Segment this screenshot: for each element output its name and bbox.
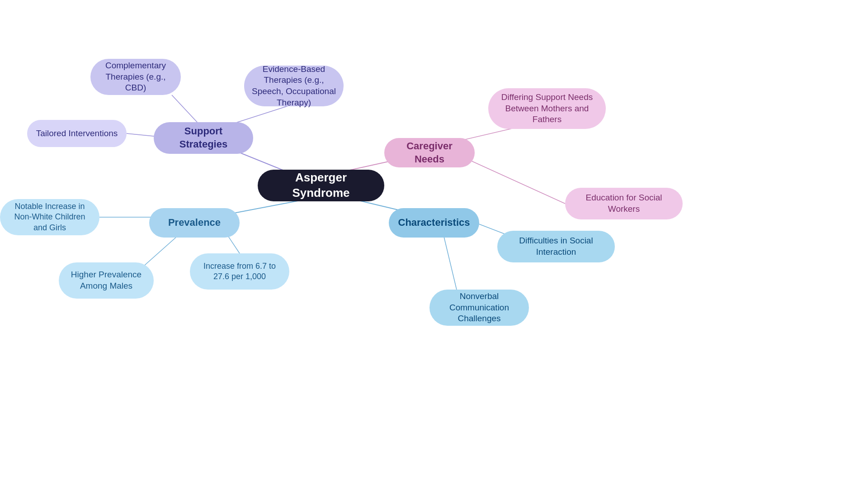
nonverbal-communication-label: Nonverbal Communication Challenges (429, 287, 529, 328)
center-node: Asperger Syndrome (258, 170, 384, 201)
center-label: Asperger Syndrome (258, 167, 384, 205)
svg-line-13 (443, 233, 457, 290)
social-interaction-node: Difficulties in Social Interaction (497, 231, 615, 262)
support-strategies-label: Support Strategies (154, 121, 253, 154)
higher-prevalence-label: Higher Prevalence Among Males (59, 266, 154, 295)
caregiver-needs-label: Caregiver Needs (384, 136, 475, 169)
notable-increase-label: Notable Increase in Non-White Children a… (0, 198, 99, 237)
svg-line-6 (466, 158, 565, 204)
evidence-based-node: Evidence-Based Therapies (e.g., Speech, … (244, 66, 344, 106)
prevalence-node: Prevalence (149, 208, 240, 238)
tailored-interventions-label: Tailored Interventions (29, 124, 125, 143)
social-interaction-label: Difficulties in Social Interaction (497, 232, 615, 261)
tailored-interventions-node: Tailored Interventions (27, 120, 127, 147)
evidence-based-label: Evidence-Based Therapies (e.g., Speech, … (244, 60, 344, 112)
complementary-therapies-label: Complementary Therapies (e.g., CBD) (90, 57, 181, 97)
education-social-workers-node: Education for Social Workers (565, 188, 683, 219)
complementary-therapies-node: Complementary Therapies (e.g., CBD) (90, 59, 181, 95)
prevalence-label: Prevalence (161, 213, 228, 233)
support-strategies-node: Support Strategies (154, 122, 253, 154)
education-social-workers-label: Education for Social Workers (565, 189, 683, 218)
svg-line-9 (140, 233, 181, 269)
nonverbal-communication-node: Nonverbal Communication Challenges (429, 290, 529, 326)
caregiver-needs-node: Caregiver Needs (384, 138, 475, 167)
characteristics-node: Characteristics (389, 208, 479, 238)
higher-prevalence-node: Higher Prevalence Among Males (59, 262, 154, 299)
increase-stats-node: Increase from 6.7 to 27.6 per 1,000 (190, 253, 289, 290)
differing-support-node: Differing Support Needs Between Mothers … (488, 88, 606, 129)
increase-stats-label: Increase from 6.7 to 27.6 per 1,000 (190, 257, 289, 286)
differing-support-label: Differing Support Needs Between Mothers … (488, 88, 606, 129)
characteristics-label: Characteristics (391, 213, 477, 233)
notable-increase-node: Notable Increase in Non-White Children a… (0, 199, 99, 235)
